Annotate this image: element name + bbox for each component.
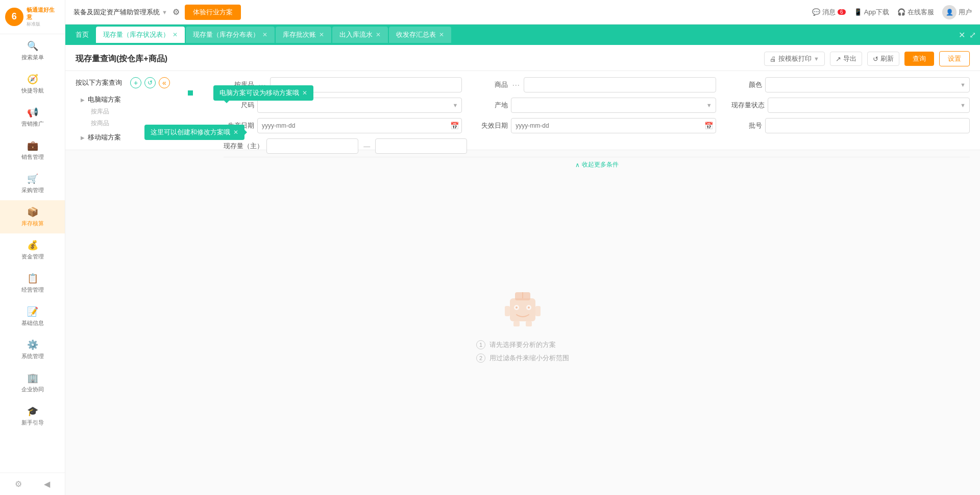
query-button[interactable]: 查询 (904, 52, 934, 66)
sidebar-item-purchase[interactable]: 🛒 采购管理 (0, 167, 65, 200)
prod-date-input[interactable] (257, 118, 462, 133)
sidebar-item-stock[interactable]: 📦 库存核算 (0, 200, 65, 233)
stock-status-select[interactable] (768, 98, 970, 113)
tab-bar: 首页 现存量（库存状况表） ✕ 现存量（库存分布表） ✕ 库存批次账 ✕ 出入库… (65, 25, 980, 45)
svg-rect-9 (513, 321, 520, 326)
sidebar-item-label-sales: 销售管理 (21, 153, 44, 161)
sidebar-item-system[interactable]: ⚙️ 系统管理 (0, 333, 65, 366)
main-content: 装备及固定资产辅助管理系统 ▼ ⚙ 体验行业方案 💬 消息 6 📱 App下载 … (65, 0, 980, 495)
sidebar-collapse-icon[interactable]: ◀ (42, 477, 52, 491)
collapse-label: 收起更多条件 (582, 160, 619, 169)
messages-item[interactable]: 💬 消息 6 (812, 8, 846, 17)
filter-fields-container: 按库品 ··· 商品 ··· 颜色 (224, 77, 970, 172)
stock-main-field: 现存量（主） — (224, 138, 467, 154)
sidebar-item-label-basic: 基础信息 (21, 319, 44, 327)
tooltip-scheme-close[interactable]: ✕ (302, 89, 307, 97)
export-button[interactable]: ↗ 导出 (830, 52, 862, 66)
expire-date-label: 失效日期 (477, 121, 508, 130)
app-download-item[interactable]: 📱 App下载 (854, 8, 889, 17)
stock-status-label: 现存量状态 (731, 101, 765, 110)
expire-date-input[interactable] (511, 118, 716, 133)
tab-home[interactable]: 首页 (69, 27, 95, 43)
gear-icon[interactable]: ⚙ (173, 7, 180, 17)
export-icon: ↗ (836, 55, 841, 63)
sidebar-item-enterprise[interactable]: 🏢 企业协同 (0, 366, 65, 399)
sidebar-item-quick-nav[interactable]: 🧭 快捷导航 (0, 67, 65, 101)
sidebar-item-label-quick-nav: 快捷导航 (21, 87, 44, 95)
color-label: 颜色 (731, 80, 762, 89)
batch-label: 批号 (731, 121, 762, 130)
sidebar-settings-icon[interactable]: ⚙ (13, 477, 24, 491)
sidebar-item-label-search: 搜索菜单 (21, 54, 44, 61)
sidebar-item-guide[interactable]: 🎓 新手引导 (0, 399, 65, 433)
industry-plan-button[interactable]: 体验行业方案 (185, 5, 241, 20)
tab-stock-dist[interactable]: 现存量（库存分布表） ✕ (186, 27, 275, 43)
stock-main-to-input[interactable] (375, 138, 467, 154)
add-scheme-button[interactable]: + (130, 77, 141, 88)
sidebar-item-search[interactable]: 🔍 搜索菜单 (0, 34, 65, 67)
app-download-label: App下载 (864, 8, 889, 17)
logo-icon: 6 (5, 8, 23, 26)
tab-collect-summary-close[interactable]: ✕ (439, 31, 444, 38)
finance-icon: 💰 (27, 240, 38, 251)
marketing-icon: 📢 (27, 107, 38, 118)
system-dropdown-icon[interactable]: ▼ (162, 9, 167, 15)
back-scheme-button[interactable]: « (159, 77, 170, 88)
refresh-scheme-button[interactable]: ↺ (144, 77, 156, 88)
tab-close-all-icon[interactable]: ✕ (959, 30, 965, 40)
sidebar-item-basic[interactable]: 📝 基础信息 (0, 300, 65, 333)
tab-stock-batch-close[interactable]: ✕ (319, 31, 324, 38)
empty-step1: 1 请先选择要分析的方案 (476, 340, 569, 349)
tab-bar-right: ✕ ⤢ (959, 30, 976, 40)
online-support-label: 在线客服 (908, 8, 934, 17)
user-item[interactable]: 👤 用户 (942, 5, 972, 19)
messages-badge: 6 (838, 9, 846, 15)
guide-icon: 🎓 (27, 406, 38, 417)
tab-inout-flow-close[interactable]: ✕ (376, 31, 381, 38)
tooltip-scheme-text: 电脑方案可设为移动方案哦 (219, 88, 299, 98)
tooltip-create-close[interactable]: ✕ (233, 129, 238, 136)
sidebar-item-operation[interactable]: 📋 经营管理 (0, 267, 65, 300)
tooltip-create-text: 这里可以创建和修改方案哦 (151, 128, 230, 137)
tab-inout-flow[interactable]: 出入库流水 ✕ (332, 27, 388, 43)
color-select[interactable] (765, 77, 970, 92)
svg-rect-8 (535, 306, 541, 316)
color-field: 颜色 ▼ (731, 77, 970, 92)
tab-stock-dist-close[interactable]: ✕ (262, 31, 267, 38)
sidebar-item-label-purchase: 采购管理 (21, 186, 44, 194)
stock-main-from-input[interactable] (266, 138, 358, 154)
template-print-button[interactable]: 🖨 按模板打印 ▼ (764, 52, 825, 66)
collapse-bar[interactable]: ∧ 收起更多条件 (224, 157, 970, 172)
origin-select-wrapper: ▼ (511, 98, 716, 113)
sidebar-item-label-marketing: 营销推广 (21, 120, 44, 128)
template-print-label: 按模板打印 (778, 54, 812, 63)
origin-select[interactable] (511, 98, 716, 113)
filter-actions: + ↺ « (130, 77, 170, 88)
sidebar-item-marketing[interactable]: 📢 营销推广 (0, 101, 65, 134)
expire-date-field: 失效日期 📅 (477, 118, 716, 133)
stock-icon: 📦 (27, 206, 38, 218)
message-icon: 💬 (812, 8, 820, 16)
tab-stock-batch-label: 库存批次账 (283, 30, 316, 39)
tab-stock-status[interactable]: 现存量（库存状况表） ✕ (96, 27, 185, 43)
batch-input[interactable] (765, 118, 970, 133)
tab-stock-status-label: 现存量（库存状况表） (103, 30, 169, 39)
sidebar-nav: 🔍 搜索菜单 🧭 快捷导航 📢 营销推广 💼 销售管理 🛒 采购管理 📦 库存核… (0, 34, 65, 473)
origin-label: 产地 (477, 101, 508, 110)
goods-input[interactable] (524, 77, 716, 92)
refresh-button[interactable]: ↺ 刷新 (867, 52, 899, 66)
tab-collect-summary-label: 收发存汇总表 (396, 30, 436, 39)
top-header: 装备及固定资产辅助管理系统 ▼ ⚙ 体验行业方案 💬 消息 6 📱 App下载 … (65, 0, 980, 25)
empty-step2: 2 用过滤条件来缩小分析范围 (476, 353, 569, 363)
sidebar-item-sales[interactable]: 💼 销售管理 (0, 134, 65, 167)
tab-collect-summary[interactable]: 收发存汇总表 ✕ (389, 27, 451, 43)
sidebar-item-finance[interactable]: 💰 资金管理 (0, 233, 65, 267)
tab-expand-icon[interactable]: ⤢ (969, 30, 976, 40)
tab-stock-status-close[interactable]: ✕ (173, 31, 178, 38)
filter-label: 按以下方案查询 (76, 78, 122, 87)
system-selector-wrapper: 装备及固定资产辅助管理系统 ▼ (74, 8, 167, 17)
tab-stock-batch[interactable]: 库存批次账 ✕ (276, 27, 331, 43)
online-support-item[interactable]: 🎧 在线客服 (897, 8, 934, 17)
logo-text: 畅通道好生意 (27, 6, 60, 21)
settings-button[interactable]: 设置 (939, 51, 970, 66)
